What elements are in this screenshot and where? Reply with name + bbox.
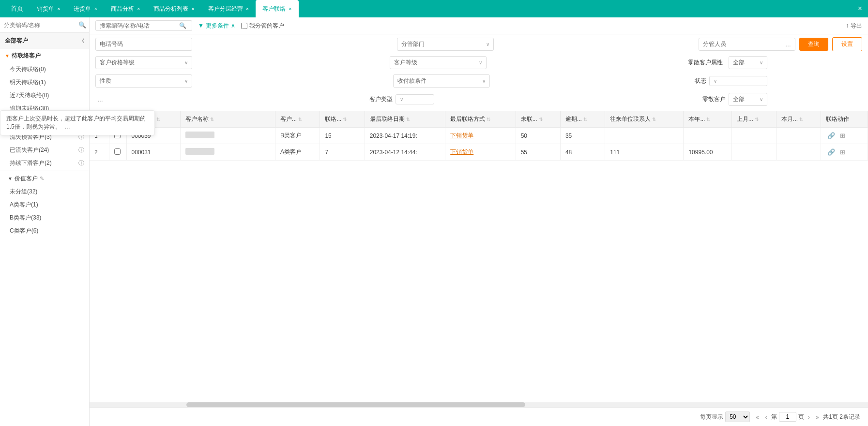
window-close-button[interactable]: × [858, 4, 862, 13]
retail-attr-select[interactable]: 全部 ∨ [729, 56, 767, 69]
person-field[interactable]: 分管人员 … [699, 38, 795, 51]
person-more-btn[interactable]: … [785, 41, 791, 48]
sort-this-year[interactable]: 本年... ⇅ [688, 115, 710, 123]
close-sales-tab[interactable]: × [57, 6, 60, 12]
last-page-btn[interactable]: » [814, 412, 821, 422]
dept-field[interactable]: 分管部门 ∨ [397, 38, 494, 51]
all-customers-header[interactable]: 全部客户 《 [0, 33, 89, 49]
nav-customer-contact[interactable]: 客户联络 × [256, 0, 298, 17]
more-fields-btn[interactable]: … [95, 96, 105, 103]
grid-icon-1[interactable]: ⊞ [840, 132, 845, 139]
sort-contact-count[interactable]: 联络... ⇅ [325, 115, 347, 123]
sort-contact-count-icon: ⇅ [343, 117, 347, 122]
info-icon-declining[interactable]: ⓘ [78, 159, 84, 167]
customer-grade-field[interactable]: 客户等级 ∨ [390, 56, 487, 69]
nav-home[interactable]: 首页 [4, 0, 30, 17]
sort-uncontacted[interactable]: 未联... ⇅ [521, 115, 543, 123]
sidebar-class-a[interactable]: A类客户(1) [0, 198, 89, 211]
sort-last-date[interactable]: 最后联络日期 ⇅ [370, 115, 410, 123]
cell-last-date-2: 2023-04-12 14:44: [365, 144, 445, 161]
first-page-btn[interactable]: « [754, 412, 761, 422]
customer-type-field: 客户类型 ∨ [365, 92, 438, 106]
filter-icon: ▼ [198, 22, 204, 29]
sidebar-search-icon[interactable]: 🔍 [78, 21, 86, 29]
sort-this-month[interactable]: 本月... ⇅ [781, 115, 803, 123]
retail-customer-select[interactable]: 全部 ∨ [729, 93, 767, 106]
h-scrollbar-thumb[interactable] [186, 402, 525, 407]
last-method-link-1[interactable]: 下销货单 [450, 132, 473, 139]
edit-value-icon[interactable]: ✎ [40, 176, 44, 182]
my-customer-checkbox[interactable] [241, 23, 247, 29]
close-customer-contact-tab[interactable]: × [289, 6, 291, 12]
close-product-list-tab[interactable]: × [191, 6, 194, 12]
nav-customer-segment[interactable]: 客户分层经营 × [201, 0, 256, 17]
next-page-btn[interactable]: › [806, 412, 812, 422]
search-input[interactable] [100, 22, 177, 29]
cell-seq-2: 2 [90, 144, 109, 161]
phone-field[interactable]: 电话号码 [95, 38, 192, 51]
cell-type-1: B类客户 [275, 128, 320, 144]
arrow-icon: ▼ [5, 53, 10, 59]
sidebar-class-b[interactable]: B类客户(33) [0, 211, 89, 224]
sort-last-month[interactable]: 上月... ⇅ [737, 115, 759, 123]
per-page-container: 每页显示 50 20 100 [700, 411, 750, 422]
pending-contact-group[interactable]: ▼ 待联络客户 [0, 49, 89, 63]
close-customer-segment-tab[interactable]: × [246, 6, 249, 12]
link-icon-1[interactable]: 🔗 [827, 132, 835, 139]
filter-bar: 🔍 ▼ 更多条件 ∧ 我分管的客户 ↑ 导出 [90, 17, 868, 34]
cell-contact-count-1: 15 [320, 128, 365, 144]
status-arrow: ∨ [714, 78, 717, 84]
price-grade-field[interactable]: 客户价格等级 ∨ [95, 56, 192, 69]
sidebar-tomorrow-contact[interactable]: 明天待联络(1) [0, 76, 89, 89]
sidebar-search-box: 🔍 [0, 17, 89, 33]
cell-this-year-2: 10995.00 [684, 144, 731, 161]
cv-arrow-icon: ▼ [8, 176, 13, 181]
sort-name[interactable]: 客户名称 ⇅ [185, 115, 214, 123]
h-scrollbar[interactable] [90, 402, 868, 407]
more-filter-btn[interactable]: ▼ 更多条件 ∧ [198, 22, 235, 30]
pagination-bar: 每页显示 50 20 100 « ‹ 第 页 › » 共1页 2条记录 [90, 407, 868, 426]
sidebar-search-input[interactable] [4, 22, 76, 29]
payment-field[interactable]: 收付款条件 ∨ [393, 74, 490, 88]
sort-overdue[interactable]: 逾期... ⇅ [565, 115, 587, 123]
export-btn[interactable]: ↑ 导出 [846, 22, 862, 30]
query-btn[interactable]: 查询 [799, 38, 828, 51]
sidebar-class-c[interactable]: C类客户(6) [0, 224, 89, 237]
per-page-select[interactable]: 50 20 100 [725, 411, 750, 422]
info-icon-churned[interactable]: ⓘ [78, 146, 84, 154]
cell-action-2: 🔗 ⊞ [821, 144, 868, 161]
close-purchase-tab[interactable]: × [94, 6, 97, 12]
gender-field[interactable]: 性质 ∨ [95, 74, 192, 88]
settings-btn[interactable]: 设置 [832, 37, 862, 51]
status-select[interactable]: ∨ [709, 76, 767, 86]
search-icon[interactable]: 🔍 [179, 22, 186, 29]
top-nav: 首页 销货单 × 进货单 × 商品分析 × 商品分析列表 × 客户分层经营 × … [0, 0, 868, 17]
sort-last-method[interactable]: 最后联络方式 ⇅ [450, 115, 490, 123]
my-customer-checkbox-container[interactable]: 我分管的客户 [241, 22, 284, 30]
sort-type[interactable]: 客户... ⇅ [280, 115, 302, 123]
sort-code-icon: ⇅ [156, 117, 160, 122]
sidebar-declining[interactable]: 持续下滑客户(2) ⓘ [0, 157, 89, 170]
sidebar-today-contact[interactable]: 今天待联络(0) [0, 63, 89, 76]
nav-product-analysis[interactable]: 商品分析 × [104, 0, 147, 17]
page-input[interactable] [779, 412, 796, 422]
nav-purchase[interactable]: 进货单 × [67, 0, 104, 17]
nav-sales[interactable]: 销货单 × [30, 0, 67, 17]
grid-icon-2[interactable]: ⊞ [840, 148, 845, 156]
customer-value-group[interactable]: ▼ 价值客户 ✎ [0, 172, 89, 185]
sidebar-ungrouped[interactable]: 未分组(32) [0, 185, 89, 198]
cell-last-month-2 [731, 144, 776, 161]
filter-actions: 查询 设置 [799, 37, 862, 51]
nav-product-list[interactable]: 商品分析列表 × [147, 0, 201, 17]
cell-code-2: 000031 [126, 144, 181, 161]
last-method-link-2[interactable]: 下销货单 [450, 148, 473, 155]
row-checkbox-2[interactable] [114, 148, 121, 155]
sidebar-7days-contact[interactable]: 近7天待联络(0) [0, 89, 89, 102]
prev-page-btn[interactable]: ‹ [763, 412, 769, 422]
sort-type-icon: ⇅ [298, 117, 302, 122]
link-icon-2[interactable]: 🔗 [827, 148, 835, 156]
close-product-analysis-tab[interactable]: × [137, 6, 140, 12]
sort-contacts[interactable]: 往来单位联系人 ⇅ [610, 115, 656, 123]
sidebar-churned[interactable]: 已流失客户(24) ⓘ [0, 144, 89, 157]
customer-type-select[interactable]: ∨ [396, 94, 434, 104]
